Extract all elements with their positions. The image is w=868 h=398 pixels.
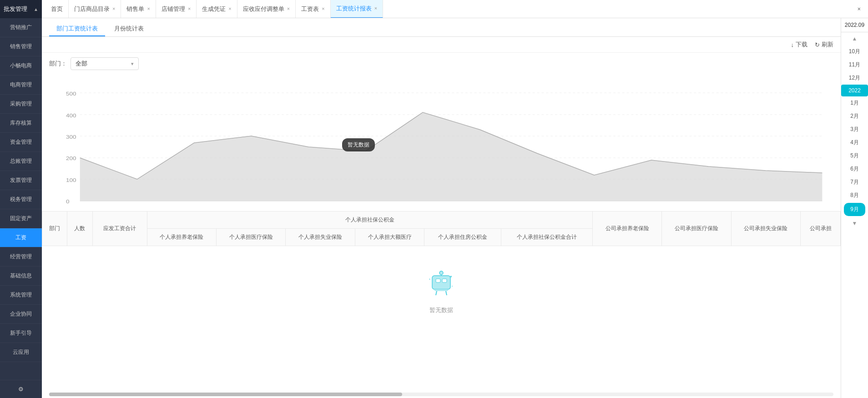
content-area: 部门工资统计表 月份统计表 ↓ 下载 ↻ 刷新 部门：	[42, 18, 868, 398]
col-company-other: 公司承担	[801, 212, 841, 246]
tab-close-1[interactable]: ×	[112, 6, 115, 11]
date-year-2022[interactable]: 2022	[841, 85, 868, 96]
refresh-icon: ↻	[815, 41, 820, 48]
department-filter-select[interactable]: 全部 ▾	[71, 57, 139, 70]
col-headcount: 人数	[67, 212, 92, 246]
svg-text:400: 400	[66, 113, 76, 118]
scrollbar-thumb[interactable]	[49, 393, 402, 396]
date-month-sep[interactable]: 9月	[844, 203, 865, 216]
tab-0[interactable]: 首页	[45, 0, 69, 18]
sidebar-item-总账管理[interactable]: 总账管理	[0, 152, 42, 171]
date-month-may[interactable]: 5月	[841, 149, 868, 162]
horizontal-scrollbar[interactable]	[49, 393, 833, 396]
tab-close-7[interactable]: ×	[374, 6, 377, 11]
chevron-down-icon: ▾	[131, 61, 134, 67]
sidebar-item-基础信息[interactable]: 基础信息	[0, 267, 42, 286]
col-personal-medical: 个人承担医疗保险	[217, 229, 286, 246]
sidebar-collapse-icon: ▲	[34, 7, 38, 12]
sub-tab-monthly[interactable]: 月份统计表	[107, 22, 151, 36]
download-icon: ↓	[791, 41, 794, 48]
sidebar-header[interactable]: 批发管理 ▲	[0, 0, 42, 18]
sidebar-item-企业协同[interactable]: 企业协同	[0, 305, 42, 324]
data-table: 部门 人数 应发工资合计 个人承担社保公积金 公司承担养老保险 公司承担医疗保险…	[42, 211, 841, 246]
col-group-personal: 个人承担社保公积金	[147, 212, 592, 229]
tab-bar: 首页门店商品目录×销售单×店铺管理×生成凭证×应收应付调整单×工资表×工资统计报…	[42, 0, 868, 18]
sidebar-item-采购管理[interactable]: 采购管理	[0, 95, 42, 114]
sidebar-item-云应用[interactable]: 云应用	[0, 343, 42, 362]
tab-7[interactable]: 工资统计报表×	[331, 0, 383, 18]
date-month-nov[interactable]: 11月	[841, 58, 868, 71]
date-year-previous: 10月 11月 12月	[841, 45, 868, 85]
date-nav-up[interactable]: ▲	[850, 34, 859, 43]
svg-text:300: 300	[66, 134, 76, 140]
sidebar-item-库存核算[interactable]: 库存核算	[0, 114, 42, 133]
sidebar-item-经营管理[interactable]: 经营管理	[0, 247, 42, 267]
svg-text:0: 0	[66, 199, 70, 204]
download-button[interactable]: ↓ 下载	[791, 40, 808, 49]
sidebar-item-销售管理[interactable]: 销售管理	[0, 37, 42, 56]
close-all-icon: ×	[857, 5, 861, 12]
sub-tab-department[interactable]: 部门工资统计表	[49, 22, 105, 36]
svg-text:100: 100	[66, 177, 76, 183]
tab-2[interactable]: 销售单×	[121, 0, 156, 18]
sidebar-item-新手引导[interactable]: 新手引导	[0, 324, 42, 343]
svg-text:✦: ✦	[451, 285, 453, 287]
sidebar-item-小畅电商[interactable]: 小畅电商	[0, 56, 42, 76]
tab-4[interactable]: 生成凭证×	[197, 0, 237, 18]
tab-5[interactable]: 应收应付调整单×	[237, 0, 296, 18]
refresh-button[interactable]: ↻ 刷新	[815, 40, 833, 49]
col-company-pension: 公司承担养老保险	[592, 212, 661, 246]
empty-state: ✦ ✦ ✦ 暂无数据	[42, 246, 841, 333]
sidebar-item-固定资产[interactable]: 固定资产	[0, 209, 42, 228]
table-wrapper[interactable]: 部门 人数 应发工资合计 个人承担社保公积金 公司承担养老保险 公司承担医疗保险…	[42, 211, 841, 391]
filter-row: 部门： 全部 ▾	[42, 53, 841, 75]
sidebar-item-工资[interactable]: 工资	[0, 228, 42, 247]
tab-close-4[interactable]: ×	[228, 6, 231, 11]
date-month-aug[interactable]: 8月	[841, 189, 868, 202]
date-nav: ▲	[841, 32, 868, 45]
tab-close-all-button[interactable]: ×	[853, 5, 864, 12]
date-month-jan[interactable]: 1月	[841, 96, 868, 110]
tab-1[interactable]: 门店商品目录×	[69, 0, 121, 18]
col-personal-total: 个人承担社保公积金合计	[501, 229, 592, 246]
date-month-dec[interactable]: 12月	[841, 71, 868, 85]
col-total-salary: 应发工资合计	[92, 212, 147, 246]
tab-close-6[interactable]: ×	[322, 6, 324, 11]
date-year-2022-group: 2022 1月 2月 3月 4月 5月 6月 7月 8月 9月	[841, 85, 868, 217]
svg-line-16	[436, 291, 437, 295]
date-month-feb[interactable]: 2月	[841, 110, 868, 123]
col-personal-large-medical: 个人承担大额医疗	[355, 229, 424, 246]
chart-area: 0 100 200 300 400 500	[42, 75, 841, 211]
tab-6[interactable]: 工资表×	[296, 0, 330, 18]
svg-rect-15	[434, 289, 448, 291]
tab-close-2[interactable]: ×	[147, 6, 150, 11]
svg-line-17	[446, 291, 447, 295]
tab-close-5[interactable]: ×	[287, 6, 290, 11]
tab-close-3[interactable]: ×	[188, 6, 191, 11]
sidebar-settings[interactable]: ⚙	[0, 380, 42, 398]
page-content: 部门工资统计表 月份统计表 ↓ 下载 ↻ 刷新 部门：	[42, 18, 841, 398]
svg-rect-13	[436, 279, 440, 282]
svg-text:✦: ✦	[449, 275, 453, 279]
date-nav-down[interactable]: ▼	[850, 219, 859, 228]
sub-tabs: 部门工资统计表 月份统计表	[42, 18, 841, 37]
sidebar-item-营销推广[interactable]: 营销推广	[0, 18, 42, 37]
toolbar: ↓ 下载 ↻ 刷新	[42, 37, 841, 53]
sidebar-item-电商管理[interactable]: 电商管理	[0, 76, 42, 95]
date-month-mar[interactable]: 3月	[841, 123, 868, 136]
svg-rect-12	[432, 276, 450, 289]
sidebar-item-税务管理[interactable]: 税务管理	[0, 190, 42, 209]
area-chart: 0 100 200 300 400 500	[49, 78, 833, 206]
svg-point-18	[439, 271, 443, 275]
sidebar-item-系统管理[interactable]: 系统管理	[0, 286, 42, 305]
date-month-apr[interactable]: 4月	[841, 136, 868, 149]
tab-3[interactable]: 店铺管理×	[156, 0, 197, 18]
sidebar-item-发票管理[interactable]: 发票管理	[0, 171, 42, 190]
col-personal-pension: 个人承担养老保险	[147, 229, 216, 246]
sidebar-item-资金管理[interactable]: 资金管理	[0, 133, 42, 152]
date-month-oct[interactable]: 10月	[841, 45, 868, 58]
svg-text:500: 500	[66, 91, 76, 96]
col-company-medical: 公司承担医疗保险	[662, 212, 731, 246]
date-month-jul[interactable]: 7月	[841, 176, 868, 189]
date-month-jun[interactable]: 6月	[841, 162, 868, 176]
